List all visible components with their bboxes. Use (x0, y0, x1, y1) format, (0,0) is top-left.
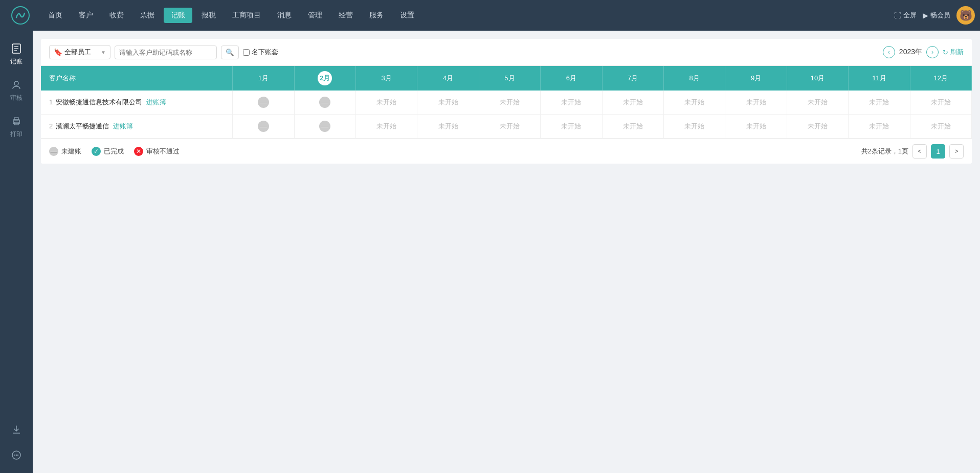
status-not-started: 未开始 (684, 122, 704, 130)
col-month-4: 4月 (417, 66, 479, 91)
legend-completed: ✓ 已完成 (92, 147, 124, 156)
col-month-3: 3月 (355, 66, 417, 91)
member-icon: ▶ (923, 11, 928, 19)
member-label: 畅会员 (930, 11, 950, 20)
sidebar-label-review: 审核 (10, 94, 23, 102)
legend-rejected: ✕ 审核不通过 (134, 147, 180, 156)
accounting-table: 客户名称 1月 2月 3月 4月 5月 6月 7月 (41, 66, 972, 139)
sidebar-item-chat[interactable] (0, 442, 33, 468)
month-cell-2: — (294, 91, 355, 115)
nav-menu: 首页 客户 收费 票据 记账 报税 工商项目 消息 管理 经营 服务 设置 (41, 8, 894, 23)
nav-item-operations[interactable]: 经营 (331, 8, 360, 23)
review-icon (10, 78, 23, 92)
sidebar-item-accounting[interactable]: 记账 (0, 36, 33, 72)
nav-right-area: ⛶ 全屏 ▶ 畅会员 🐻 (894, 6, 975, 25)
nav-item-management[interactable]: 管理 (301, 8, 329, 23)
table-body: 1安徽畅捷通信息技术有限公司进账簿——未开始未开始未开始未开始未开始未开始未开始… (41, 91, 972, 139)
sidebar-item-download[interactable] (0, 417, 33, 442)
col-month-6: 6月 (541, 66, 602, 91)
status-not-started: 未开始 (376, 122, 396, 130)
svg-point-13 (17, 455, 18, 456)
fullscreen-button[interactable]: ⛶ 全屏 (894, 11, 917, 20)
next-year-button[interactable]: › (926, 46, 939, 58)
nav-item-invoices[interactable]: 票据 (133, 8, 162, 23)
status-not-started: 未开始 (684, 98, 704, 106)
avatar[interactable]: 🐻 (956, 6, 975, 25)
month-cell-9: 未开始 (725, 91, 787, 115)
nav-item-tax[interactable]: 报税 (194, 8, 223, 23)
status-circle: — (319, 97, 330, 108)
nav-item-settings[interactable]: 设置 (393, 8, 421, 23)
search-icon: 🔍 (226, 49, 234, 56)
next-page-button[interactable]: > (949, 144, 964, 159)
col-month-8: 8月 (663, 66, 725, 91)
month-cell-3: 未开始 (355, 115, 417, 139)
refresh-label: 刷新 (950, 48, 964, 57)
status-circle: — (258, 121, 269, 132)
col-month-5: 5月 (479, 66, 540, 91)
legend-label-not-started: 未建账 (61, 147, 81, 156)
month-cell-3: 未开始 (355, 91, 417, 115)
status-not-started: 未开始 (746, 122, 766, 130)
search-button[interactable]: 🔍 (221, 46, 239, 59)
table-header-row: 客户名称 1月 2月 3月 4月 5月 6月 7月 (41, 66, 972, 91)
status-not-started: 未开始 (561, 122, 581, 130)
month-cell-1: — (233, 115, 294, 139)
nav-item-fees[interactable]: 收费 (102, 8, 131, 23)
col-month-10: 10月 (787, 66, 848, 91)
search-input[interactable] (115, 46, 217, 59)
status-not-started: 未开始 (746, 98, 766, 106)
employee-select[interactable]: 🔖 全部员工 ▼ (49, 45, 110, 59)
col-month-1: 1月 (233, 66, 294, 91)
month-cell-10: 未开始 (787, 115, 848, 139)
month-cell-7: 未开始 (602, 115, 663, 139)
status-not-started: 未开始 (931, 98, 951, 106)
status-not-started: 未开始 (931, 122, 951, 130)
prev-page-button[interactable]: < (912, 144, 927, 159)
employee-icon: 🔖 (54, 48, 62, 56)
nav-item-messages[interactable]: 消息 (270, 8, 299, 23)
status-not-started: 未开始 (808, 98, 828, 106)
client-name: 安徽畅捷通信息技术有限公司 (56, 98, 142, 106)
client-name-cell: 2漠澜太平畅捷通信进账簿 (41, 115, 233, 139)
nav-item-accounting[interactable]: 记账 (164, 8, 192, 23)
main-layout: 记账 审核 打印 (0, 31, 980, 473)
status-not-started: 未开始 (500, 122, 520, 130)
year-display: 2023年 (899, 48, 922, 57)
month-cell-9: 未开始 (725, 115, 787, 139)
nav-item-home[interactable]: 首页 (41, 8, 70, 23)
checkbox-text: 名下账套 (252, 48, 278, 57)
nav-item-services[interactable]: 服务 (362, 8, 391, 23)
nav-item-bizproject[interactable]: 工商项目 (225, 8, 268, 23)
logo-icon (11, 6, 30, 25)
enter-ledger-link[interactable]: 进账簿 (146, 98, 166, 106)
checkbox-label[interactable]: 名下账套 (243, 48, 278, 57)
month-cell-10: 未开始 (787, 91, 848, 115)
svg-point-11 (14, 455, 15, 456)
pagination: 共2条记录，1页 < 1 > (861, 144, 964, 159)
col-month-9: 9月 (725, 66, 787, 91)
table-wrapper: 客户名称 1月 2月 3月 4月 5月 6月 7月 (41, 66, 972, 139)
col-month-11: 11月 (849, 66, 910, 91)
status-not-started: 未开始 (438, 122, 458, 130)
account-checkbox[interactable] (243, 49, 250, 56)
status-not-started: 未开始 (438, 98, 458, 106)
nav-item-client[interactable]: 客户 (72, 8, 100, 23)
member-button[interactable]: ▶ 畅会员 (923, 11, 950, 20)
status-circle: — (319, 121, 330, 132)
status-not-started: 未开始 (808, 122, 828, 130)
refresh-button[interactable]: ↻ 刷新 (943, 48, 964, 57)
sidebar-item-print[interactable]: 打印 (0, 108, 33, 145)
month-cell-5: 未开始 (479, 91, 540, 115)
enter-ledger-link[interactable]: 进账簿 (113, 122, 133, 130)
prev-year-button[interactable]: ‹ (883, 46, 895, 58)
sidebar-item-review[interactable]: 审核 (0, 72, 33, 108)
main-card: 🔖 全部员工 ▼ 🔍 名下账套 ‹ 2023年 › (41, 39, 972, 164)
legend-red-dot: ✕ (134, 147, 143, 156)
month-cell-11: 未开始 (849, 91, 910, 115)
col-month-12: 12月 (910, 66, 971, 91)
table-footer: — 未建账 ✓ 已完成 ✕ 审核不通过 共2条记录，1页 < 1 > (41, 139, 972, 164)
current-page-number: 1 (931, 144, 945, 159)
table-row: 1安徽畅捷通信息技术有限公司进账簿——未开始未开始未开始未开始未开始未开始未开始… (41, 91, 972, 115)
sidebar-label-print: 打印 (10, 130, 23, 139)
